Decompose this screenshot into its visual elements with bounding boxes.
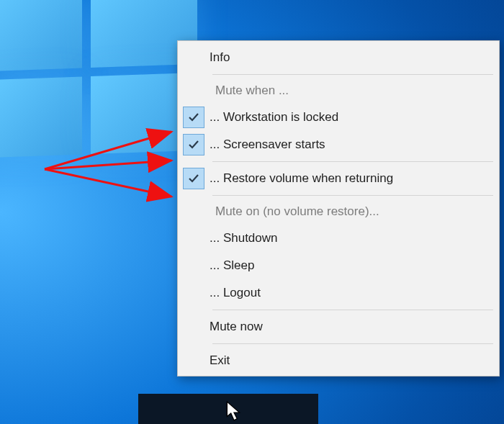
menu-item-exit[interactable]: Exit <box>178 347 499 374</box>
menu-item-info[interactable]: Info <box>178 44 499 71</box>
context-menu: Info Mute when ... ... Workstation is lo… <box>177 40 500 376</box>
menu-section-header-mute-when: Mute when ... <box>178 78 499 104</box>
menu-item-logout[interactable]: ... Logout <box>178 279 499 307</box>
menu-item-restore-volume[interactable]: ... Restore volume when returning <box>178 165 499 192</box>
menu-header-label: Mute on (no volume restore)... <box>215 204 379 219</box>
menu-item-mute-now[interactable]: Mute now <box>178 313 499 340</box>
menu-divider <box>212 310 493 310</box>
checkmark-icon <box>183 168 204 189</box>
menu-item-label: ... Restore volume when returning <box>210 171 489 186</box>
menu-divider <box>212 343 493 344</box>
menu-item-label: Mute now <box>210 320 489 334</box>
menu-header-label: Mute when ... <box>215 84 289 98</box>
menu-item-label: ... Logout <box>210 286 489 300</box>
windows-logo <box>0 0 192 173</box>
menu-item-label: ... Shutdown <box>210 231 489 245</box>
menu-divider <box>212 195 493 196</box>
menu-item-screensaver-starts[interactable]: ... Screensaver starts <box>178 131 499 158</box>
menu-item-label: ... Workstation is locked <box>210 110 489 125</box>
menu-divider <box>212 74 493 75</box>
mouse-cursor-icon <box>226 401 242 423</box>
menu-item-label: ... Screensaver starts <box>210 137 489 152</box>
menu-item-label: ... Sleep <box>210 258 489 273</box>
menu-divider <box>212 161 493 162</box>
menu-item-shutdown[interactable]: ... Shutdown <box>178 225 499 252</box>
menu-item-label: Info <box>210 50 489 65</box>
menu-item-sleep[interactable]: ... Sleep <box>178 252 499 279</box>
checkmark-icon <box>183 107 204 128</box>
menu-item-workstation-locked[interactable]: ... Workstation is locked <box>178 104 499 131</box>
menu-section-header-mute-on: Mute on (no volume restore)... <box>178 199 499 225</box>
menu-item-label: Exit <box>210 353 489 368</box>
checkmark-icon <box>183 134 204 155</box>
